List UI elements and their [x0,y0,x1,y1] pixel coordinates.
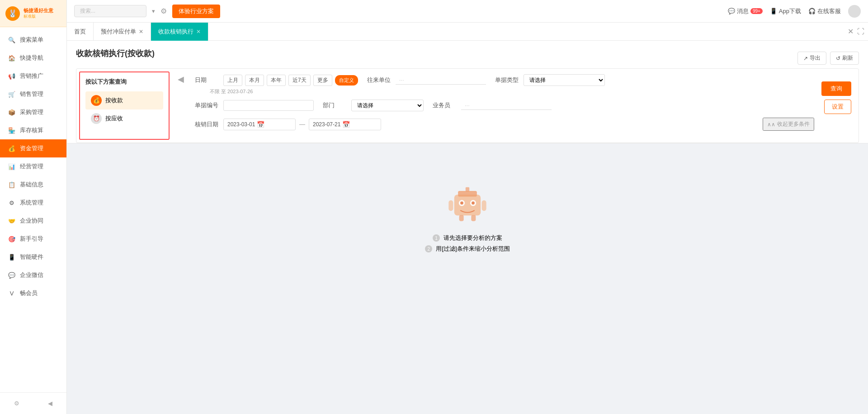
sidebar-item-企业协同[interactable]: 🤝企业协同 [0,212,66,230]
online-service-btn[interactable]: 🎧 在线客服 [808,7,841,15]
verify-date-filter: 核销日期 2023-03-01 📅 — 2023-07-21 📅 [195,119,381,130]
sidebar-item-采购管理[interactable]: 📦采购管理 [0,103,66,121]
topbar-dropdown-arrow[interactable]: ▾ [152,8,155,14]
sidebar-icon-8: 📋 [7,180,16,189]
query-button[interactable]: 查询 [821,81,851,96]
counterpart-input[interactable]: ··· [396,76,486,85]
sidebar-label-0: 搜索菜单 [20,36,43,44]
refresh-button[interactable]: ↺ 刷新 [830,52,859,65]
sidebar-icon-0: 🔍 [7,35,16,44]
tabs-right-actions: ✕ ⛶ [848,27,868,36]
sidebar-label-6: 资金管理 [20,144,43,152]
tab-payment-verify[interactable]: 收款核销执行 ✕ [151,23,208,41]
sidebar-label-12: 智能硬件 [20,253,43,261]
filter-option-by-payment[interactable]: 💰 按收款 [85,91,163,109]
sidebar-item-基础信息[interactable]: 📋基础信息 [0,176,66,194]
export-button[interactable]: ↗ 导出 [797,52,826,65]
app-download-btn[interactable]: 📱 App下载 [770,7,801,15]
main-area: 搜索... ▾ ⚙ 体验行业方案 💬 消息 99+ 📱 App下载 🎧 在线客服… [67,0,868,414]
counterpart-label: 往来单位 [367,76,392,84]
user-avatar[interactable] [848,5,861,18]
date-filter: 日期 上月 本月 本年 近7天 更多 自定义 [195,75,358,86]
sidebar-label-7: 经营管理 [20,162,43,171]
tab-prepay[interactable]: 预付冲应付单 ✕ [94,23,151,41]
step1-text: 请先选择要分析的方案 [443,234,502,242]
empty-state: 1 请先选择要分析的方案 2 用[过滤]条件来缩小分析范围 [67,143,868,289]
doc-no-label: 单据编号 [195,101,220,109]
sidebar-label-9: 系统管理 [20,199,43,207]
sidebar-label-10: 企业协同 [20,217,43,225]
sidebar-label-13: 企业微信 [20,271,43,279]
date-more-btn[interactable]: 更多 [313,75,332,86]
collapse-more-btn[interactable]: ∧∧ 收起更多条件 [763,118,814,131]
sidebar-item-经营管理[interactable]: 📊经营管理 [0,157,66,176]
online-service-label: 在线客服 [817,7,841,15]
sidebar-item-快捷导航[interactable]: 🏠快捷导航 [0,49,66,67]
settings-bottom-icon[interactable]: ⚙ [12,398,21,409]
payment-verify-tab-close[interactable]: ✕ [196,29,201,35]
svg-rect-1 [458,191,477,197]
sidebar-item-资金管理[interactable]: 💰资金管理 [0,139,66,157]
topbar-gear-icon[interactable]: ⚙ [160,7,167,15]
sidebar-item-智能硬件[interactable]: 📱智能硬件 [0,248,66,266]
sidebar-item-搜索菜单[interactable]: 🔍搜索菜单 [0,31,66,49]
sidebar-item-新手引导[interactable]: 🎯新手引导 [0,230,66,248]
step2-number: 2 [425,245,432,252]
staff-input[interactable]: ··· [461,101,552,110]
date-7days-btn[interactable]: 近7天 [288,75,311,86]
date-last-month-btn[interactable]: 上月 [223,75,242,86]
doc-type-filter: 单据类型 请选择 [495,74,605,86]
sidebar-label-4: 采购管理 [20,108,43,116]
dept-label: 部门 [323,101,348,109]
verify-start-calendar-icon[interactable]: 📅 [257,121,264,128]
tab-bar: 首页 预付冲应付单 ✕ 收款核销执行 ✕ ✕ ⛶ [67,23,868,41]
date-this-year-btn[interactable]: 本年 [267,75,286,86]
svg-rect-2 [466,187,469,192]
doc-no-input[interactable] [223,100,314,111]
solution-button[interactable]: 体验行业方案 [172,5,220,18]
sidebar-label-1: 快捷导航 [20,54,43,62]
page-content: 收款核销执行(按收款) ↗ 导出 ↺ 刷新 按以下方案查询 [67,41,868,414]
message-btn[interactable]: 💬 消息 99+ [728,7,763,15]
tab-expand-btn[interactable]: ⛶ [857,28,864,36]
verify-date-start-input[interactable]: 2023-03-01 📅 [223,119,296,130]
sidebar-item-销售管理[interactable]: 🛒销售管理 [0,85,66,103]
tab-home[interactable]: 首页 [67,23,94,41]
sidebar-icon-12: 📱 [7,252,16,262]
step1-number: 1 [433,234,440,242]
payment-option-label: 按收款 [105,96,123,105]
sidebar-label-5: 库存核算 [20,126,43,134]
collapse-sidebar-icon[interactable]: ◀ [46,398,54,409]
sidebar-item-系统管理[interactable]: ⚙系统管理 [0,194,66,212]
payment-option-icon: 💰 [91,95,102,106]
filter-option-by-receivable[interactable]: ⏰ 按应收 [85,109,163,128]
dept-select[interactable]: 请选择 [351,100,424,111]
service-icon: 🎧 [808,8,816,14]
sidebar-item-企业微信[interactable]: 💬企业微信 [0,266,66,284]
sidebar-icon-10: 🤝 [7,216,16,225]
verify-date-end-input[interactable]: 2023-07-21 📅 [309,119,381,130]
sidebar-item-库存核算[interactable]: 🏪库存核算 [0,121,66,139]
filter-panel-title: 按以下方案查询 [85,78,163,86]
sidebar-icon-13: 💬 [7,271,16,280]
empty-illustration [445,180,490,225]
tab-close-all-btn[interactable]: ✕ [848,27,854,36]
doc-type-select[interactable]: 请选择 [524,74,605,86]
sidebar-label-14: 畅会员 [20,289,38,297]
date-this-month-btn[interactable]: 本月 [245,75,264,86]
sidebar-item-畅会员[interactable]: V畅会员 [0,284,66,302]
sidebar-icon-3: 🛒 [7,90,16,99]
date-custom-btn[interactable]: 自定义 [335,75,358,86]
topbar-right: 💬 消息 99+ 📱 App下载 🎧 在线客服 [728,5,861,18]
collapse-filter-panel-btn[interactable]: ◀ [174,71,188,88]
prepay-tab-close[interactable]: ✕ [139,29,143,35]
sidebar-icon-6: 💰 [7,144,16,153]
prepay-tab-label: 预付冲应付单 [101,28,136,36]
verify-end-calendar-icon[interactable]: 📅 [342,121,350,128]
sidebar-item-营销推广[interactable]: 📢营销推广 [0,67,66,85]
verify-date-label: 核销日期 [195,120,220,128]
empty-step1: 1 请先选择要分析的方案 [433,234,502,242]
app-logo: 🐰 畅捷通好生意 标准版 [0,0,66,27]
sidebar-icon-9: ⚙ [7,198,16,207]
setting-button[interactable]: 设置 [824,100,851,114]
